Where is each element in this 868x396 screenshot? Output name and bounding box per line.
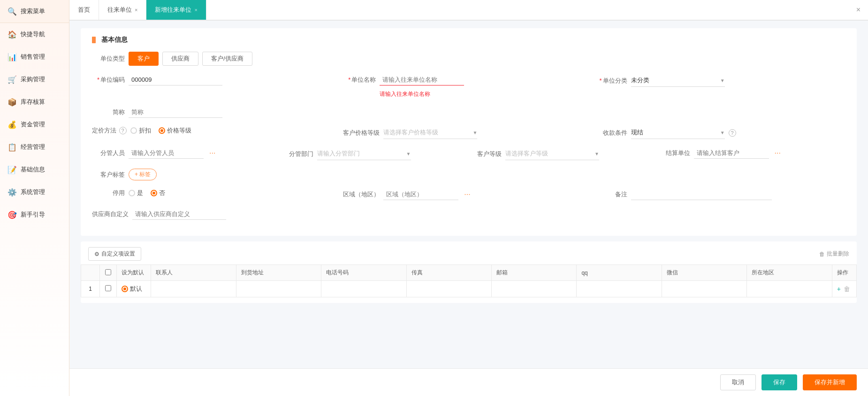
type-btn-both[interactable]: 客户/供应商 (202, 52, 252, 66)
customer-level-arrow-icon: ▼ (594, 151, 599, 156)
sidebar-label-sales: 销售管理 (21, 53, 45, 61)
row-region[interactable] (747, 281, 832, 297)
main-content: 首页 往来单位 × 新增往来单位 × × 基本信息 单位类型 客户 (69, 0, 868, 396)
batch-delete-button[interactable]: 🗑 批量删除 (819, 250, 849, 258)
short-name-input[interactable] (129, 107, 222, 118)
qq-input[interactable] (581, 286, 656, 292)
sidebar-item-operations[interactable]: 📋 经营管理 (0, 136, 69, 158)
disable-field: 停用 是 否 (92, 189, 343, 197)
disable-yes-radio[interactable]: 是 (129, 189, 143, 197)
region-input[interactable] (383, 189, 458, 200)
sidebar-item-quick-nav[interactable]: 🏠 快捷导航 (0, 23, 69, 46)
level-label: 价格等级 (167, 126, 191, 135)
row-address[interactable] (236, 281, 321, 297)
section-title: 基本信息 (92, 36, 845, 44)
pricing-radio-discount[interactable]: 折扣 (130, 126, 151, 135)
fax-input[interactable] (411, 286, 487, 292)
customer-tag-field: 客户标签 + 标签 (92, 169, 845, 180)
col-checkbox (100, 265, 117, 281)
table-toolbar: ⚙ 自定义项设置 🗑 批量删除 (81, 247, 857, 261)
remark-input[interactable] (631, 189, 772, 200)
unit-name-input[interactable] (380, 74, 464, 85)
supervisor-label: 分管人员 (92, 149, 125, 157)
unit-category-select[interactable]: 未分类 ▼ (631, 74, 725, 87)
cancel-button[interactable]: 取消 (720, 374, 756, 390)
clipboard-icon: 📋 (8, 142, 17, 152)
sidebar-label-purchase: 采购管理 (21, 75, 45, 84)
pricing-method-label: 定价方法 ? (92, 126, 127, 135)
save-button[interactable]: 保存 (761, 374, 797, 390)
table-region-input[interactable] (752, 286, 827, 292)
row-contact[interactable] (151, 281, 236, 297)
customer-price-level-select[interactable]: 请选择客户价格等级 ▼ (383, 126, 477, 139)
tag-add-button[interactable]: + 标签 (129, 169, 157, 180)
home-icon: 🏠 (8, 30, 17, 39)
row-phone[interactable] (321, 281, 406, 297)
wechat-input[interactable] (667, 286, 742, 292)
region-more-icon[interactable]: ··· (464, 190, 470, 199)
customer-level-select[interactable]: 请选择客户等级 ▼ (505, 148, 599, 160)
disable-radio-group: 是 否 (129, 189, 165, 197)
payment-terms-select[interactable]: 现结 ▼ (631, 126, 725, 139)
tab-partners[interactable]: 往来单位 × (99, 0, 146, 20)
disable-yes-circle (129, 190, 135, 196)
table-row: 1 默认 (81, 281, 857, 297)
supervisor-more-icon[interactable]: ··· (209, 149, 215, 157)
sidebar-item-inventory[interactable]: 📦 库存核算 (0, 91, 69, 113)
payment-help-icon[interactable]: ? (729, 129, 736, 137)
short-name-label: 简称 (92, 108, 125, 116)
row-checkbox-cell[interactable] (100, 281, 117, 297)
tab-new-partner[interactable]: 新增往来单位 × (146, 0, 206, 20)
unit-type-label: 单位类型 (92, 54, 125, 63)
sidebar-item-basic-info[interactable]: 📝 基础信息 (0, 158, 69, 181)
batch-delete-icon: 🗑 (819, 251, 825, 257)
contact-input[interactable] (156, 286, 231, 292)
sidebar-item-finance[interactable]: 💰 资金管理 (0, 113, 69, 136)
unit-type-row: 单位类型 客户 供应商 客户/供应商 (92, 52, 845, 66)
settlement-unit-input[interactable] (694, 148, 769, 159)
section-flag-icon (92, 37, 96, 43)
settlement-more-icon[interactable]: ··· (775, 149, 781, 157)
row-wechat[interactable] (662, 281, 746, 297)
supplier-custom-input[interactable] (132, 209, 226, 220)
unit-category-value: 未分类 (631, 76, 718, 85)
payment-terms-arrow-icon: ▼ (720, 130, 725, 135)
close-all-button[interactable]: × (849, 0, 868, 20)
pricing-radio-level[interactable]: 价格等级 (159, 126, 191, 135)
sidebar-item-sales[interactable]: 📊 销售管理 (0, 46, 69, 68)
row-default-radio[interactable]: 默认 (122, 285, 146, 293)
tab-home[interactable]: 首页 (69, 0, 99, 20)
row-fax[interactable] (406, 281, 491, 297)
short-name-row: 简称 (92, 107, 845, 118)
row-add-button[interactable]: + (837, 285, 841, 293)
dept-select[interactable]: 请输入分管部门 ▼ (317, 148, 411, 160)
required-star-code: * (97, 76, 99, 83)
sidebar-item-purchase[interactable]: 🛒 采购管理 (0, 68, 69, 91)
select-all-checkbox[interactable] (105, 269, 111, 275)
save-and-new-button[interactable]: 保存并新增 (803, 374, 857, 390)
code-name-row: *单位编码 *单位名称 请输入往来单位名称 *单位分类 (92, 74, 845, 98)
type-btn-supplier[interactable]: 供应商 (162, 52, 198, 66)
sidebar-item-guide[interactable]: 🎯 新手引导 (0, 203, 69, 226)
type-btn-customer[interactable]: 客户 (129, 52, 159, 66)
row-qq[interactable] (577, 281, 662, 297)
phone-input[interactable] (326, 286, 401, 292)
tab-partners-close[interactable]: × (135, 7, 137, 13)
supervisor-input[interactable] (129, 148, 204, 159)
unit-code-input[interactable] (129, 74, 222, 85)
price-level-arrow-icon: ▼ (472, 130, 477, 135)
custom-settings-button[interactable]: ⚙ 自定义项设置 (88, 247, 141, 261)
email-input[interactable] (496, 286, 571, 292)
table-header: 设为默认 联系人 到货地址 电话号码 传真 邮箱 qq 微信 所在地区 操作 (81, 265, 857, 281)
row-delete-button[interactable]: 🗑 (844, 285, 850, 293)
tab-new-partner-close[interactable]: × (194, 7, 197, 13)
sidebar-item-system[interactable]: ⚙️ 系统管理 (0, 181, 69, 203)
tab-home-label: 首页 (78, 6, 90, 14)
disable-no-radio[interactable]: 否 (151, 189, 165, 197)
row-email[interactable] (491, 281, 576, 297)
pricing-help-icon[interactable]: ? (119, 127, 127, 134)
pricing-method-field: 定价方法 ? 折扣 价格等级 (92, 126, 343, 135)
address-input[interactable] (241, 286, 316, 292)
row-checkbox[interactable] (105, 285, 111, 291)
sidebar-search[interactable]: 🔍 搜索菜单 (0, 0, 69, 23)
